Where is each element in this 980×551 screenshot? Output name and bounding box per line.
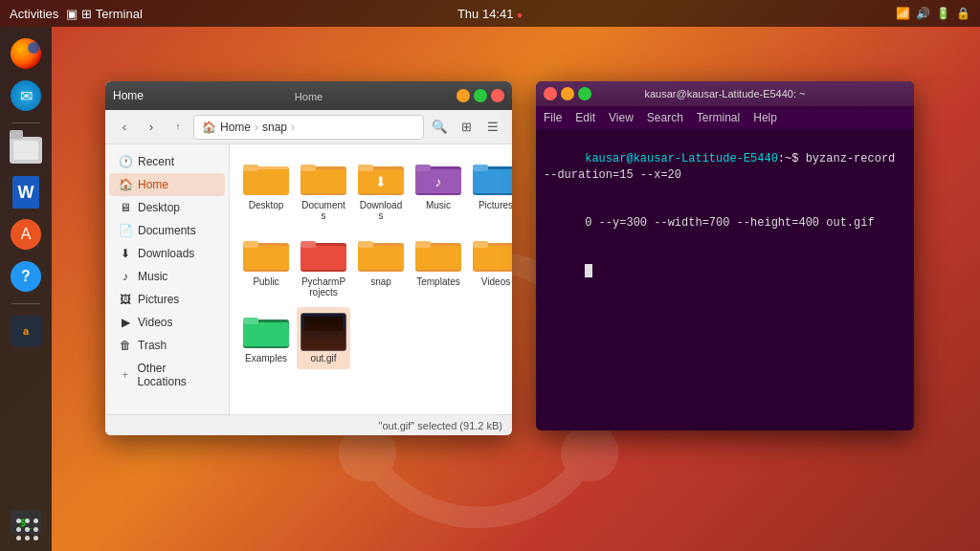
desktop-icon: 🖥 xyxy=(119,201,132,214)
sidebar-item-desktop[interactable]: 🖥 Desktop xyxy=(109,196,225,219)
network-icon: 📶 xyxy=(896,7,910,20)
documents-icon: 📄 xyxy=(119,224,132,237)
file-item-documents[interactable]: Documents xyxy=(297,154,350,227)
fm-close-button[interactable] xyxy=(491,89,504,102)
fm-crumb-separator: › xyxy=(255,121,258,134)
dock-item-files[interactable] xyxy=(7,131,45,169)
file-name-documents: Documents xyxy=(301,200,346,221)
term-menu-edit[interactable]: Edit xyxy=(575,111,595,124)
sidebar-item-home[interactable]: 🏠 Home xyxy=(109,173,225,196)
file-item-downloads[interactable]: ⬇ Downloads xyxy=(354,154,408,227)
file-item-pycharmprojects[interactable]: PycharmProjects xyxy=(297,231,350,303)
file-name-pictures: Pictures xyxy=(479,200,512,210)
term-menu-file[interactable]: File xyxy=(544,111,562,124)
file-item-pictures[interactable]: Pictures xyxy=(469,154,512,227)
fm-menu-button[interactable]: ☰ xyxy=(481,116,504,139)
lock-icon: 🔒 xyxy=(956,7,970,20)
sidebar-label-trash: Trash xyxy=(138,339,167,352)
term-line-1: kausar@kausar-Latitude-E5440:~$ byzanz-r… xyxy=(544,135,906,199)
dock-item-writer[interactable]: W xyxy=(7,173,45,211)
fm-content: Desktop Documents xyxy=(230,144,512,414)
topbar-terminal-label[interactable]: ▣ ⊞ Terminal xyxy=(66,7,143,21)
fm-toolbar: ‹ › ↑ 🏠 Home › snap › 🔍 ⊞ ☰ xyxy=(105,110,512,144)
folder-icon-downloads: ⬇ xyxy=(358,160,404,198)
terminal-icon: ▣ xyxy=(66,7,78,21)
fm-snap-crumb: snap xyxy=(262,121,287,134)
sidebar-item-other-locations[interactable]: + Other Locations xyxy=(109,357,225,393)
fm-titlebar-left: Home xyxy=(113,89,144,102)
file-name-out-gif: out.gif xyxy=(310,353,336,364)
fm-crumb-end: › xyxy=(291,121,295,134)
file-item-snap[interactable]: snap xyxy=(354,231,408,303)
file-name-templates: Templates xyxy=(416,276,460,287)
svg-rect-34 xyxy=(243,322,289,346)
folder-icon-pictures xyxy=(473,160,512,198)
svg-rect-23 xyxy=(301,241,316,248)
term-cursor xyxy=(585,264,592,277)
dock-item-help[interactable]: ? xyxy=(7,257,45,296)
svg-rect-35 xyxy=(243,318,258,324)
music-icon: ♪ xyxy=(119,270,132,283)
fm-title-center: Home xyxy=(295,87,323,104)
term-user-host: kausar@kausar-Latitude-E5440 xyxy=(585,152,778,165)
sidebar-item-trash[interactable]: 🗑 Trash xyxy=(109,334,225,357)
term-menu-view[interactable]: View xyxy=(609,111,634,124)
file-item-music[interactable]: ♪ Music xyxy=(412,154,465,227)
svg-rect-13 xyxy=(415,165,431,171)
sidebar-item-music[interactable]: ♪ Music xyxy=(109,265,225,288)
fm-sidebar: 🕐 Recent 🏠 Home 🖥 Desktop 📄 Documents ⬇ … xyxy=(105,144,230,414)
fm-body: 🕐 Recent 🏠 Home 🖥 Desktop 📄 Documents ⬇ … xyxy=(105,144,512,414)
dock-item-firefox[interactable] xyxy=(7,34,45,73)
file-item-examples[interactable]: Examples xyxy=(239,307,293,369)
term-maximize-button[interactable] xyxy=(578,87,591,100)
term-titlebar: kausar@kausar-Latitude-E5440: ~ xyxy=(536,81,914,106)
fm-location-bar[interactable]: 🏠 Home › snap › xyxy=(193,115,424,140)
fm-back-button[interactable]: ‹ xyxy=(113,116,136,139)
sidebar-item-documents[interactable]: 📄 Documents xyxy=(109,219,225,242)
svg-rect-31 xyxy=(473,246,512,270)
svg-rect-16 xyxy=(473,169,512,193)
file-name-examples: Examples xyxy=(245,353,287,364)
svg-rect-2 xyxy=(243,169,289,193)
activities-button[interactable]: Activities xyxy=(10,7,58,21)
dock-item-amazon[interactable]: a xyxy=(7,312,45,350)
sidebar-item-downloads[interactable]: ⬇ Downloads xyxy=(109,242,225,265)
fm-window-buttons xyxy=(457,89,504,102)
term-menu-terminal[interactable]: Terminal xyxy=(697,111,740,124)
file-manager-window: Home Home ‹ › ↑ 🏠 Home › snap › 🔍 ⊞ ☰ 🕐 … xyxy=(105,81,512,435)
sidebar-label-downloads: Downloads xyxy=(138,247,194,260)
fm-search-button[interactable]: 🔍 xyxy=(428,116,451,139)
fm-minimize-button[interactable] xyxy=(457,89,470,102)
sidebar-label-home: Home xyxy=(138,178,168,191)
svg-rect-20 xyxy=(243,241,258,248)
file-item-desktop[interactable]: Desktop xyxy=(239,154,293,227)
fm-statusbar: "out.gif" selected (91.2 kB) xyxy=(105,414,512,435)
downloads-icon: ⬇ xyxy=(119,247,132,260)
file-item-public[interactable]: Public xyxy=(239,231,293,303)
fm-view-options-button[interactable]: ⊞ xyxy=(455,116,478,139)
fm-forward-button[interactable]: › xyxy=(140,116,163,139)
file-item-templates[interactable]: Templates xyxy=(412,231,465,303)
term-close-button[interactable] xyxy=(544,87,557,100)
term-body[interactable]: kausar@kausar-Latitude-E5440:~$ byzanz-r… xyxy=(536,129,914,430)
fm-up-button[interactable]: ↑ xyxy=(167,116,189,139)
sidebar-item-pictures[interactable]: 🖼 Pictures xyxy=(109,288,225,311)
file-name-snap: snap xyxy=(370,276,391,287)
term-menu-help[interactable]: Help xyxy=(753,111,777,124)
file-item-out-gif[interactable]: out.gif xyxy=(297,307,350,369)
videos-icon: ▶ xyxy=(119,316,132,329)
folder-icon-pycharm xyxy=(301,236,346,275)
battery-icon: 🔋 xyxy=(936,7,950,20)
file-item-videos[interactable]: Videos xyxy=(469,231,512,303)
fm-maximize-button[interactable] xyxy=(474,89,487,102)
sidebar-label-recent: Recent xyxy=(138,155,174,168)
term-menu-search[interactable]: Search xyxy=(647,111,683,124)
sidebar-item-videos[interactable]: ▶ Videos xyxy=(109,311,225,334)
show-applications-button[interactable] xyxy=(16,518,39,541)
dock-item-ubuntu-software[interactable]: A xyxy=(7,215,45,253)
svg-rect-19 xyxy=(243,246,289,270)
sidebar-item-recent[interactable]: 🕐 Recent xyxy=(109,150,225,173)
term-minimize-button[interactable] xyxy=(561,87,574,100)
dock-item-thunderbird[interactable]: ✉ xyxy=(7,77,45,115)
terminal-window: kausar@kausar-Latitude-E5440: ~ File Edi… xyxy=(536,81,914,430)
